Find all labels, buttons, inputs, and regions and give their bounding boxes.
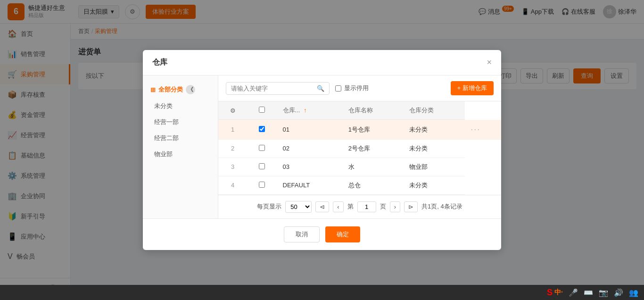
col-name: 仓库名称 — [343, 101, 404, 120]
table-row[interactable]: 2 02 2号仓库 未分类 — [218, 139, 501, 158]
row-num-cell: 4 — [218, 176, 247, 194]
row-category: 未分类 — [404, 120, 465, 140]
pagination: 每页显示 50 10 20 100 ⊲ ‹ 第 页 › ⊳ 共1页, 4条记录 — [218, 195, 501, 218]
row-code: DEFAULT — [277, 176, 343, 194]
bottom-bar: S 中· 🎤 ⌨️ 📷 🔊 👥 — [0, 285, 644, 300]
row-code: 01 — [277, 120, 343, 140]
row-category: 物业部 — [404, 158, 465, 176]
total-info: 共1页, 4条记录 — [421, 202, 462, 211]
add-warehouse-btn[interactable]: + 新增仓库 — [451, 81, 494, 95]
row-more-cell[interactable]: ··· — [465, 120, 501, 140]
first-page-btn[interactable]: ⊲ — [315, 201, 329, 212]
row-num-cell: 3 — [218, 158, 247, 176]
row-checkbox[interactable] — [259, 126, 265, 132]
show-disabled-checkbox[interactable] — [335, 85, 341, 92]
warehouse-table: ⚙ 仓库... ↑ 仓库名称 仓库分类 1 — [218, 101, 501, 195]
modal-header: 仓库 × — [143, 50, 501, 75]
row-name: 水 — [343, 158, 404, 176]
mic-icon[interactable]: 🎤 — [569, 288, 578, 297]
modal-warehouse: 仓库 × ⊞ 全部分类 《 未分类 经营一部 经营二部 物业部 — [143, 50, 501, 250]
modal-sidebar: ⊞ 全部分类 《 未分类 经营一部 经营二部 物业部 — [143, 75, 218, 218]
modal-overlay[interactable]: 仓库 × ⊞ 全部分类 《 未分类 经营一部 经营二部 物业部 — [0, 0, 644, 300]
brand-s: S — [547, 288, 553, 298]
modal-sidebar-item-3[interactable]: 物业部 — [143, 146, 218, 162]
table-row[interactable]: 3 03 水 物业部 — [218, 158, 501, 176]
show-disabled-label[interactable]: 显示停用 — [335, 84, 369, 92]
modal-body: ⊞ 全部分类 《 未分类 经营一部 经营二部 物业部 🔍 — [143, 75, 501, 218]
row-checkbox-cell — [247, 176, 277, 194]
search-input[interactable] — [231, 85, 314, 92]
select-all-checkbox[interactable] — [259, 107, 265, 113]
row-category: 未分类 — [404, 139, 465, 158]
row-checkbox-cell — [247, 158, 277, 176]
users-icon[interactable]: 👥 — [629, 288, 638, 297]
row-num-cell: 1 — [218, 120, 247, 140]
bottom-brand: S 中· — [547, 288, 563, 298]
row-num-cell: 2 — [218, 139, 247, 158]
row-name: 2号仓库 — [343, 139, 404, 158]
next-page-btn[interactable]: › — [390, 201, 400, 212]
modal-footer: 取消 确定 — [143, 218, 501, 250]
row-checkbox[interactable] — [259, 145, 265, 151]
speaker-icon[interactable]: 🔊 — [614, 288, 623, 297]
modal-title: 仓库 — [152, 58, 167, 67]
row-checkbox-cell — [247, 139, 277, 158]
page-label: 第 — [347, 202, 354, 211]
row-category: 未分类 — [404, 176, 465, 194]
row-checkbox[interactable] — [259, 163, 265, 169]
last-page-btn[interactable]: ⊳ — [404, 201, 418, 212]
row-checkbox[interactable] — [259, 182, 265, 188]
table-row[interactable]: 4 DEFAULT 总仓 未分类 — [218, 176, 501, 194]
page-suffix: 页 — [380, 202, 386, 211]
col-gear: ⚙ — [218, 101, 247, 120]
modal-close-btn[interactable]: × — [487, 58, 492, 67]
per-page-select[interactable]: 50 10 20 100 — [285, 201, 312, 213]
prev-page-btn[interactable]: ‹ — [333, 201, 343, 212]
cancel-btn[interactable]: 取消 — [284, 226, 320, 242]
row-checkbox-cell — [247, 120, 277, 140]
table-wrap: ⚙ 仓库... ↑ 仓库名称 仓库分类 1 — [218, 101, 501, 195]
keyboard-icon[interactable]: ⌨️ — [584, 288, 593, 297]
confirm-btn[interactable]: 确定 — [325, 226, 360, 242]
table-row[interactable]: 1 01 1号仓库 未分类 ··· — [218, 120, 501, 140]
col-code: 仓库... ↑ — [277, 101, 343, 120]
modal-main: 🔍 显示停用 + 新增仓库 ⚙ — [218, 75, 501, 218]
modal-sidebar-all[interactable]: ⊞ 全部分类 《 — [143, 81, 218, 98]
col-category: 仓库分类 — [404, 101, 465, 120]
modal-sidebar-item-1[interactable]: 经营一部 — [143, 114, 218, 130]
table-header-row: ⚙ 仓库... ↑ 仓库名称 仓库分类 — [218, 101, 501, 120]
row-code: 03 — [277, 158, 343, 176]
modal-sidebar-item-2[interactable]: 经营二部 — [143, 130, 218, 146]
row-code: 02 — [277, 139, 343, 158]
modal-sidebar-item-0[interactable]: 未分类 — [143, 98, 218, 114]
all-category-label: 全部分类 — [158, 85, 183, 94]
page-input[interactable] — [357, 201, 376, 212]
row-name: 总仓 — [343, 176, 404, 194]
row-name: 1号仓库 — [343, 120, 404, 140]
camera-icon[interactable]: 📷 — [599, 288, 608, 297]
grid-icon: ⊞ — [150, 86, 156, 93]
show-disabled-text: 显示停用 — [344, 84, 369, 92]
brand-text: 中· — [554, 288, 563, 297]
search-box[interactable]: 🔍 — [226, 82, 330, 95]
per-page-label: 每页显示 — [257, 202, 281, 211]
col-checkbox — [247, 101, 277, 120]
search-icon: 🔍 — [317, 85, 324, 92]
collapse-btn[interactable]: 《 — [186, 85, 195, 94]
modal-toolbar: 🔍 显示停用 + 新增仓库 — [218, 75, 501, 101]
sort-code-icon: ↑ — [304, 107, 307, 114]
